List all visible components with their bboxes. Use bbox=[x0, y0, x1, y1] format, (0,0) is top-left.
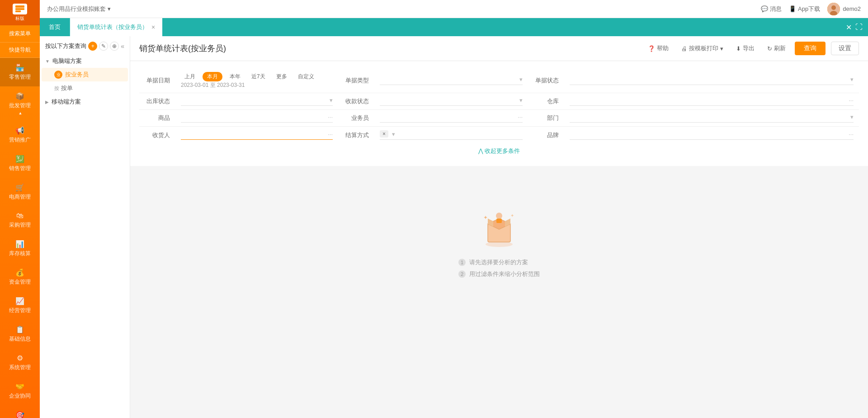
goods-control[interactable]: ··· bbox=[175, 110, 338, 127]
chevron-down-icon[interactable]: ▾ bbox=[850, 76, 854, 83]
chevron-down-icon[interactable]: ▾ bbox=[519, 97, 523, 104]
sidebar-search[interactable]: 搜索菜单 bbox=[0, 25, 40, 43]
sidebar-quick-nav[interactable]: 快捷导航 bbox=[0, 43, 40, 58]
date-this-month[interactable]: 本月 bbox=[203, 72, 222, 81]
collapse-more-label: 收起更多条件 bbox=[485, 147, 520, 154]
app-download-button[interactable]: 📱 App下载 bbox=[789, 5, 820, 13]
sidebar-logo[interactable]: 标版 bbox=[0, 0, 40, 25]
receipt-status-input[interactable]: ▾ bbox=[380, 97, 523, 106]
out-status-control[interactable]: ▾ bbox=[175, 93, 338, 110]
tree-group-header-mobile[interactable]: ▶ 移动端方案 bbox=[42, 95, 128, 109]
sidebar-item-newbie[interactable]: 🎯 新手引导 bbox=[0, 405, 40, 418]
salesperson-input[interactable]: ··· bbox=[380, 114, 523, 123]
dots-icon[interactable]: ··· bbox=[328, 131, 333, 138]
page-header: 销货单统计表(按业务员) ❓ 帮助 🖨 按模板打印 ▾ ⬇ 导出 bbox=[130, 36, 868, 61]
dots-icon[interactable]: ··· bbox=[518, 114, 523, 120]
date-more[interactable]: 更多 bbox=[273, 72, 291, 81]
date-this-year[interactable]: 本年 bbox=[226, 72, 244, 81]
chevron-down-icon[interactable]: ▾ bbox=[519, 76, 523, 83]
doc-status-control[interactable]: ▾ bbox=[564, 68, 859, 93]
sidebar-item-basic[interactable]: 📋 基础信息 bbox=[0, 320, 40, 348]
sidebar-item-enterprise[interactable]: 🤝 企业协同 bbox=[0, 377, 40, 405]
doc-type-input[interactable]: ▾ bbox=[380, 76, 523, 85]
clear-tag-x[interactable]: × bbox=[382, 131, 386, 137]
sidebar-item-wholesale[interactable]: 📦 批发管理 ▲ bbox=[0, 86, 40, 121]
tab-active[interactable]: 销货单统计表（按业务员） × bbox=[70, 18, 162, 36]
sidebar-item-system[interactable]: ⚙ 系统管理 bbox=[0, 348, 40, 377]
doc-status-input[interactable]: ▾ bbox=[570, 76, 854, 85]
sidebar-item-ecommerce[interactable]: 🛒 电商管理 bbox=[0, 178, 40, 206]
tab-close-button[interactable]: × bbox=[151, 24, 155, 31]
brand-control[interactable]: ··· bbox=[564, 127, 859, 144]
goods-input[interactable]: ··· bbox=[181, 114, 333, 123]
maximize-button[interactable]: ⛶ bbox=[855, 23, 863, 31]
brand-input[interactable]: ··· bbox=[570, 131, 854, 140]
collapse-more-button[interactable]: ⋀ 收起更多条件 bbox=[139, 143, 859, 159]
refresh-button[interactable]: ↻ 刷新 bbox=[764, 43, 789, 54]
account-dropdown[interactable]: 办公用品行业模拟账套 ▾ bbox=[47, 5, 111, 13]
department-input[interactable]: ▾ bbox=[570, 114, 854, 123]
tree-sub-group-by-order: 按 按单 bbox=[42, 81, 128, 95]
tree-group-label: 移动端方案 bbox=[52, 98, 81, 106]
chevron-down-icon[interactable]: ▾ bbox=[850, 114, 854, 120]
tree-group-label: 电脑端方案 bbox=[52, 57, 82, 65]
sidebar-item-purchase[interactable]: 🛍 采购管理 bbox=[0, 206, 40, 234]
edit-scheme-button[interactable]: ✎ bbox=[99, 42, 108, 51]
message-button[interactable]: 💬 消息 bbox=[761, 5, 782, 13]
dots-icon[interactable]: ··· bbox=[849, 97, 854, 104]
filter-row-2: 出库状态 ▾ 收款状态 ▾ bbox=[139, 93, 859, 110]
sidebar-item-marketing[interactable]: 📢 营销推广 bbox=[0, 121, 40, 149]
tree-group-header-desktop[interactable]: ▼ 电脑端方案 bbox=[42, 54, 128, 68]
warehouse-control[interactable]: ··· bbox=[564, 93, 859, 110]
warehouse-input[interactable]: ··· bbox=[570, 97, 854, 106]
receipt-status-control[interactable]: ▾ bbox=[374, 93, 528, 110]
chevron-down-icon[interactable]: ▾ bbox=[330, 97, 333, 104]
dots-icon[interactable]: ··· bbox=[328, 114, 333, 120]
export-button[interactable]: ⬇ 导出 bbox=[732, 43, 758, 54]
out-status-input[interactable]: ▾ bbox=[181, 97, 333, 106]
date-custom[interactable]: 自定义 bbox=[294, 72, 318, 81]
svg-point-11 bbox=[496, 213, 502, 219]
sidebar-item-sales[interactable]: 💹 销售管理 bbox=[0, 149, 40, 178]
sidebar-item-label: 库存核算 bbox=[9, 250, 31, 257]
settlement-input[interactable]: × ▾ bbox=[380, 130, 523, 140]
tab-home[interactable]: 首页 bbox=[40, 18, 70, 36]
sidebar-item-inventory[interactable]: 📊 库存核算 bbox=[0, 234, 40, 263]
tree-item-salesperson[interactable]: 业 按业务员 bbox=[42, 68, 128, 81]
sidebar-item-retail[interactable]: 🏪 零售管理 bbox=[0, 58, 40, 86]
add-scheme-button[interactable]: + bbox=[88, 42, 97, 51]
settlement-control[interactable]: × ▾ bbox=[374, 127, 528, 144]
chevron-down-icon[interactable]: ▾ bbox=[392, 131, 395, 138]
close-tab-button[interactable]: ✕ bbox=[846, 23, 852, 32]
out-status-label: 出库状态 bbox=[139, 93, 175, 110]
doc-type-control[interactable]: ▾ bbox=[374, 68, 528, 93]
page-title: 销货单统计表(按业务员) bbox=[139, 43, 226, 54]
receiver-text-input[interactable] bbox=[181, 131, 328, 138]
svg-rect-12 bbox=[496, 218, 502, 223]
help-button[interactable]: ❓ 帮助 bbox=[644, 43, 672, 54]
user-menu[interactable]: demo2 bbox=[827, 3, 861, 15]
print-button[interactable]: 🖨 按模板打印 ▾ bbox=[678, 43, 727, 54]
sidebar-item-label: 经营管理 bbox=[9, 307, 31, 314]
date-range-display: 2023-03-01 至 2023-03-31 bbox=[181, 81, 333, 89]
header-right: 💬 消息 📱 App下载 demo2 bbox=[761, 3, 861, 15]
copy-scheme-button[interactable]: ⊕ bbox=[110, 42, 119, 51]
sidebar-item-finance[interactable]: 💰 资金管理 bbox=[0, 263, 40, 291]
warehouse-label: 仓库 bbox=[528, 93, 564, 110]
receiver-input[interactable]: ··· bbox=[181, 131, 333, 140]
settlement-clear-tag[interactable]: × bbox=[380, 130, 388, 138]
receiver-control[interactable]: ··· bbox=[175, 127, 338, 144]
date-last-7-days[interactable]: 近7天 bbox=[248, 72, 269, 81]
help-label: 帮助 bbox=[657, 44, 669, 52]
salesperson-control[interactable]: ··· bbox=[374, 110, 528, 127]
hint-text-1: 请先选择要分析的方案 bbox=[469, 258, 528, 266]
date-last-month[interactable]: 上月 bbox=[181, 72, 199, 81]
dots-icon[interactable]: ··· bbox=[849, 131, 854, 138]
message-icon: 💬 bbox=[761, 5, 768, 12]
sidebar-item-operations[interactable]: 📈 经营管理 bbox=[0, 291, 40, 320]
query-button[interactable]: 查询 bbox=[795, 42, 826, 55]
settings-button[interactable]: 设置 bbox=[831, 42, 859, 55]
tree-item-by-order[interactable]: 按单 bbox=[61, 84, 73, 92]
collapse-panel-button[interactable]: « bbox=[121, 43, 124, 50]
department-control[interactable]: ▾ bbox=[564, 110, 859, 127]
